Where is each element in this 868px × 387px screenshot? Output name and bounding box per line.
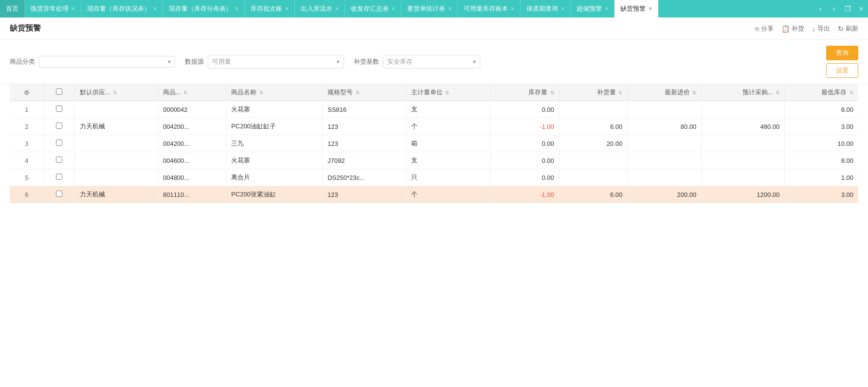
cell-est-purchase: 1200.00	[702, 186, 785, 203]
data-table: ⚙ 默认供应... ⇅ 商品... ⇅ 商品名称 ⇅	[10, 84, 858, 203]
th-spec[interactable]: 规格型号 ⇅	[323, 84, 406, 101]
tab-item-abnormal[interactable]: 拣货异常处理×	[25, 0, 81, 18]
tab-close-expiry[interactable]: ×	[561, 5, 564, 12]
th-gear[interactable]: ⚙	[10, 84, 44, 101]
tab-item-stock-status[interactable]: 现存量（库存状况表）×	[81, 0, 163, 18]
th-unit[interactable]: 主计量单位 ⇅	[406, 84, 491, 101]
cell-min-stock: 8.00	[785, 152, 858, 169]
datasource-select[interactable]: 可用量 ▾	[208, 55, 344, 69]
cell-checkbox[interactable]	[44, 101, 74, 118]
row-checkbox[interactable]	[56, 123, 62, 129]
cell-min-stock: 10.00	[785, 135, 858, 152]
cell-est-purchase	[702, 135, 785, 152]
export-action[interactable]: ↓ 导出	[812, 24, 830, 33]
row-checkbox[interactable]	[56, 106, 62, 112]
th-name[interactable]: 商品名称 ⇅	[226, 84, 323, 101]
replenish-base-select[interactable]: 安全库存 ▾	[383, 55, 480, 69]
th-checkbox[interactable]	[44, 84, 74, 101]
window-close-btn[interactable]: ×	[854, 0, 868, 18]
tab-close-receive-summary[interactable]: ×	[392, 5, 395, 12]
tab-close-available-ledger[interactable]: ×	[511, 5, 514, 12]
category-select[interactable]: ▾	[39, 56, 175, 68]
tab-item-batch-ledger[interactable]: 库存批次账×	[245, 0, 295, 18]
cell-stock: 0.00	[491, 152, 559, 169]
cell-checkbox[interactable]	[44, 118, 74, 135]
window-restore-btn[interactable]: ❐	[841, 0, 854, 18]
tab-close-stock-status[interactable]: ×	[153, 5, 157, 12]
cell-supplier: 力天机械	[74, 186, 158, 203]
th-unit-sort-icon: ⇅	[445, 90, 449, 95]
th-est-purchase[interactable]: 预计采购... ⇅	[702, 84, 785, 101]
tab-label-receive-summary: 收发存汇总表	[351, 4, 389, 13]
refresh-icon: ↻	[838, 25, 844, 33]
cell-replenish	[559, 169, 627, 186]
th-code[interactable]: 商品... ⇅	[158, 84, 226, 101]
cell-num: 4	[10, 152, 44, 169]
row-checkbox[interactable]	[56, 174, 62, 180]
settings-button[interactable]: 设置	[826, 63, 858, 78]
cell-code: 004800...	[158, 169, 226, 186]
th-supplier[interactable]: 默认供应... ⇅	[74, 84, 158, 101]
tab-label-inout-flow: 出入库流水	[301, 4, 332, 13]
tab-scroll-left[interactable]: ‹	[814, 0, 827, 18]
th-replenish[interactable]: 补货量 ⇅	[559, 84, 627, 101]
cell-min-stock: 1.00	[785, 169, 858, 186]
cell-checkbox[interactable]	[44, 169, 74, 186]
cell-checkbox[interactable]	[44, 135, 74, 152]
tab-item-overstock[interactable]: 超储预警×	[571, 0, 615, 18]
tab-scroll-right[interactable]: ›	[827, 0, 841, 18]
th-latest-price[interactable]: 最新进价 ⇅	[628, 84, 702, 101]
page-title: 缺货预警	[10, 23, 755, 34]
replenish-action[interactable]: 📋 补货	[781, 24, 804, 33]
th-stock-label: 库存量	[528, 88, 547, 96]
th-est-purchase-label: 预计采购...	[742, 88, 773, 96]
tab-item-available-ledger[interactable]: 可用量库存账本×	[458, 0, 521, 18]
tab-close-order-stat[interactable]: ×	[448, 5, 452, 12]
tab-close-abnormal[interactable]: ×	[72, 5, 75, 12]
replenish-base-label: 补货基数	[354, 57, 379, 66]
tab-item-expiry[interactable]: 保质期查询×	[521, 0, 571, 18]
refresh-action[interactable]: ↻ 刷新	[838, 24, 858, 33]
tab-close-inout-flow[interactable]: ×	[335, 5, 339, 12]
cell-checkbox[interactable]	[44, 186, 74, 203]
row-checkbox[interactable]	[56, 191, 62, 197]
datasource-select-value: 可用量	[212, 57, 231, 66]
select-all-checkbox[interactable]	[56, 88, 62, 95]
tab-item-stock-dist[interactable]: 现存量（库存分布表）×	[163, 0, 245, 18]
share-action[interactable]: ⎋ 分享	[755, 24, 774, 33]
row-checkbox[interactable]	[56, 140, 62, 146]
tab-item-order-stat[interactable]: 要货单统计表×	[401, 0, 458, 18]
query-button[interactable]: 查询	[826, 46, 858, 60]
table-row: 3004200...三九123箱0.0020.0010.00	[10, 135, 858, 152]
tab-item-home[interactable]: 首页	[0, 0, 25, 18]
cell-replenish: 20.00	[559, 135, 627, 152]
tab-close-overstock[interactable]: ×	[605, 5, 608, 12]
table-header-row: ⚙ 默认供应... ⇅ 商品... ⇅ 商品名称 ⇅	[10, 84, 858, 101]
tab-label-batch-ledger: 库存批次账	[251, 4, 282, 13]
tab-close-shortage[interactable]: ×	[649, 5, 652, 12]
cell-spec: 123	[323, 135, 406, 152]
row-checkbox[interactable]	[56, 157, 62, 163]
tab-item-shortage[interactable]: 缺货预警×	[615, 0, 658, 18]
cell-latest-price	[628, 101, 702, 118]
cell-num: 2	[10, 118, 44, 135]
gear-icon: ⚙	[24, 89, 30, 96]
tab-item-receive-summary[interactable]: 收发存汇总表×	[345, 0, 401, 18]
category-dropdown-icon: ▾	[168, 58, 171, 65]
th-min-stock[interactable]: 最低库存 ⇅	[785, 84, 858, 101]
th-est-purchase-sort-icon: ⇅	[776, 90, 779, 95]
share-label: 分享	[761, 24, 774, 33]
cell-spec: J7092	[323, 152, 406, 169]
tab-close-stock-dist[interactable]: ×	[235, 5, 238, 12]
cell-stock: 0.00	[491, 101, 559, 118]
replenish-base-value: 安全库存	[387, 57, 413, 66]
cell-replenish: 6.00	[559, 186, 627, 203]
cell-checkbox[interactable]	[44, 152, 74, 169]
tab-item-inout-flow[interactable]: 出入库流水×	[295, 0, 345, 18]
cell-name: PC200张紧油缸	[226, 186, 323, 203]
tab-label-expiry: 保质期查询	[526, 4, 558, 13]
th-stock[interactable]: 库存量 ⇅	[491, 84, 559, 101]
tab-close-batch-ledger[interactable]: ×	[285, 5, 289, 12]
page-content: 缺货预警 ⎋ 分享 📋 补货 ↓ 导出 ↻ 刷新 商品分类	[0, 18, 868, 387]
datasource-filter-group: 数据源 可用量 ▾	[185, 55, 344, 69]
